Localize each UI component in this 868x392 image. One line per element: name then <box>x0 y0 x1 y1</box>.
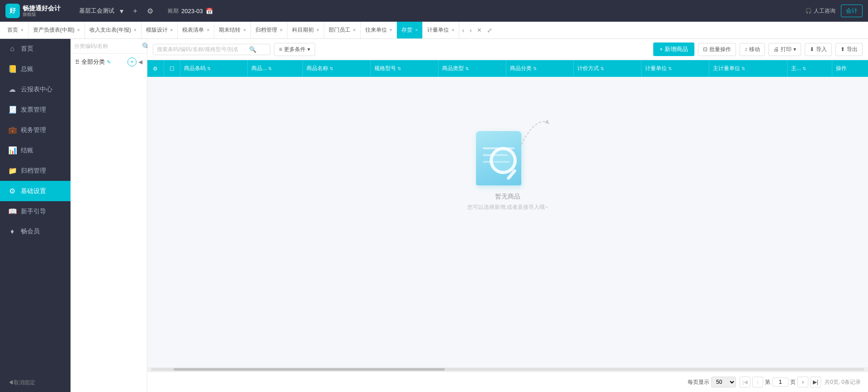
tab-inventory[interactable]: 存货 × <box>397 22 423 38</box>
right-panel: 🔍 ≡ 更多条件 ▾ + 新增商品 ⊡ 批量操作 <box>147 39 868 392</box>
tab-subject[interactable]: 科目期初 × <box>288 22 324 38</box>
tab-template-close[interactable]: × <box>170 28 173 33</box>
category-search-input[interactable] <box>74 43 142 49</box>
calendar-icon[interactable]: 📅 <box>206 8 213 14</box>
settings-icon: ⚙ <box>8 187 16 195</box>
export-icon: ⬆ <box>840 46 845 52</box>
filter-btn[interactable]: ≡ 更多条件 ▾ <box>274 43 315 56</box>
th-price-method[interactable]: 计价方式⇅ <box>574 60 642 77</box>
help-btn[interactable]: 🎧 人工咨询 <box>805 7 835 15</box>
tab-balance[interactable]: 资产负债表(中期) × <box>28 22 85 38</box>
filter-label: 更多条件 <box>284 46 306 53</box>
sidebar-item-archive[interactable]: 📁 归档管理 <box>0 161 71 181</box>
tab-tax[interactable]: 税表清单 × <box>178 22 214 38</box>
sidebar-item-ledger[interactable]: 📒 总账 <box>0 59 71 79</box>
tab-prev-btn[interactable]: ‹ <box>459 25 467 36</box>
scrollbar-container <box>147 367 868 372</box>
import-btn[interactable]: ⬇ 导入 <box>805 43 832 56</box>
add-product-btn[interactable]: + 新增商品 <box>653 43 694 56</box>
sidebar-item-settings[interactable]: ⚙ 基础设置 <box>0 181 71 201</box>
sidebar-item-invoice[interactable]: 🧾 发票管理 <box>0 99 71 120</box>
sidebar-settings-label: 基础设置 <box>21 187 46 195</box>
sidebar-item-settle[interactable]: 📊 结账 <box>0 140 71 161</box>
reports-icon: ☁ <box>8 85 16 94</box>
batch-label: 批量操作 <box>709 46 731 53</box>
tab-unit-close[interactable]: × <box>452 28 454 33</box>
page-last-btn[interactable]: ▶| <box>810 377 821 387</box>
tab-income[interactable]: 收入支出表(年报) × <box>85 22 142 38</box>
tab-period[interactable]: 期末结转 × <box>214 22 251 38</box>
page-first-btn[interactable]: |◀ <box>740 377 750 387</box>
toolbar-right: + 新增商品 ⊡ 批量操作 ↕ 移动 🖨 打印 ▾ <box>653 43 863 56</box>
tab-archive[interactable]: 归档管理 × <box>251 22 288 38</box>
tab-next-btn[interactable]: › <box>467 25 475 36</box>
tab-home[interactable]: 首页 × <box>3 22 28 38</box>
scrollbar-track[interactable] <box>151 368 864 371</box>
tab-archive-close[interactable]: × <box>280 28 283 33</box>
sidebar-item-reports[interactable]: ☁ 云报表中心 <box>0 79 71 99</box>
unpin-btn[interactable]: ◀取消固定 <box>8 379 62 387</box>
top-bar-middle: 基层工会测试 ▾ ＋ ⚙ 账期 2023-03 📅 <box>79 5 802 17</box>
tab-expand-btn[interactable]: ⤢ <box>484 25 495 36</box>
sidebar-item-member[interactable]: ♦ 畅会员 <box>0 222 71 241</box>
th-category[interactable]: 商品分类⇅ <box>506 60 574 77</box>
tab-dept[interactable]: 部门员工 × <box>324 22 361 38</box>
tab-subject-close[interactable]: × <box>316 28 319 33</box>
left-panel: 🔍 ⠿ 全部分类 ✎ + ◀ <box>71 39 147 392</box>
th-main-unit[interactable]: 主计量单位⇅ <box>709 60 787 77</box>
print-chevron-icon: ▾ <box>793 46 796 52</box>
period-label: 账期 <box>168 7 179 15</box>
invoice-icon: 🧾 <box>8 105 16 114</box>
th-action: 操作 <box>832 60 868 77</box>
empty-title: 暂无商品 <box>495 193 520 201</box>
add-category-btn[interactable]: + <box>127 57 137 66</box>
th-type[interactable]: 商品类型⇅ <box>438 60 506 77</box>
workspace-dropdown-btn[interactable]: ▾ <box>117 6 126 16</box>
page-size-select[interactable]: 50 20 100 <box>711 377 736 387</box>
sidebar-item-tax[interactable]: 💼 税务管理 <box>0 120 71 140</box>
sidebar-item-guide[interactable]: 📖 新手引导 <box>0 201 71 222</box>
export-btn[interactable]: ⬆ 导出 <box>835 43 863 56</box>
pagination-bar: 每页显示 50 20 100 |◀ ‹ 第 1 页 › <box>147 372 868 392</box>
th-unit[interactable]: 计量单位⇅ <box>641 60 709 77</box>
filter-icon: ≡ <box>279 46 282 52</box>
tab-period-close[interactable]: × <box>243 28 246 33</box>
page-number-input[interactable]: 1 <box>772 378 788 387</box>
th-code[interactable]: 商品...⇅ <box>248 60 303 77</box>
add-tab-btn[interactable]: ＋ <box>129 5 142 17</box>
tab-dept-close[interactable]: × <box>353 28 356 33</box>
tab-contacts[interactable]: 往来单位 × <box>361 22 397 38</box>
settings-btn[interactable]: ⚙ <box>144 6 156 16</box>
th-settings[interactable]: ⚙ <box>147 60 164 77</box>
tab-close-all-btn[interactable]: × <box>474 24 484 36</box>
th-name[interactable]: 商品名称⇅ <box>303 60 371 77</box>
tab-template[interactable]: 模版设计 × <box>142 22 178 38</box>
tab-income-close[interactable]: × <box>134 28 137 33</box>
th-checkbox[interactable]: ☐ <box>164 60 180 77</box>
tab-tax-close[interactable]: × <box>207 28 209 33</box>
th-main-abbr[interactable]: 主...⇅ <box>788 60 832 77</box>
tab-balance-close[interactable]: × <box>77 28 80 33</box>
batch-op-btn[interactable]: ⊡ 批量操作 <box>698 43 736 56</box>
account-btn[interactable]: 会计 <box>841 5 863 17</box>
workspace-name: 基层工会测试 <box>79 7 114 15</box>
guide-icon: 📖 <box>8 207 16 216</box>
tab-contacts-close[interactable]: × <box>390 28 392 33</box>
batch-icon: ⊡ <box>703 46 708 52</box>
sidebar-item-home[interactable]: ⌂ 首页 <box>0 39 71 59</box>
print-btn[interactable]: 🖨 打印 ▾ <box>769 43 801 56</box>
tab-inventory-close[interactable]: × <box>415 28 418 33</box>
th-spec[interactable]: 规格型号⇅ <box>371 60 439 77</box>
search-input[interactable] <box>157 46 247 52</box>
tab-unit[interactable]: 计量单位 × <box>423 22 459 38</box>
move-btn[interactable]: ↕ 移动 <box>740 43 765 56</box>
scrollbar-thumb[interactable] <box>174 368 445 371</box>
collapse-panel-btn[interactable]: ◀ <box>138 57 142 66</box>
table-header-row: ⚙ ☐ 商品条码⇅ 商品...⇅ 商品名称⇅ <box>147 60 868 77</box>
th-barcode[interactable]: 商品条码⇅ <box>180 60 248 77</box>
tab-home-close[interactable]: × <box>21 28 24 33</box>
page-size-label: 每页显示 <box>688 378 709 386</box>
page-next-btn[interactable]: › <box>797 377 808 387</box>
page-prev-btn[interactable]: ‹ <box>752 377 763 387</box>
all-category-label[interactable]: ⠿ 全部分类 ✎ <box>75 58 111 66</box>
